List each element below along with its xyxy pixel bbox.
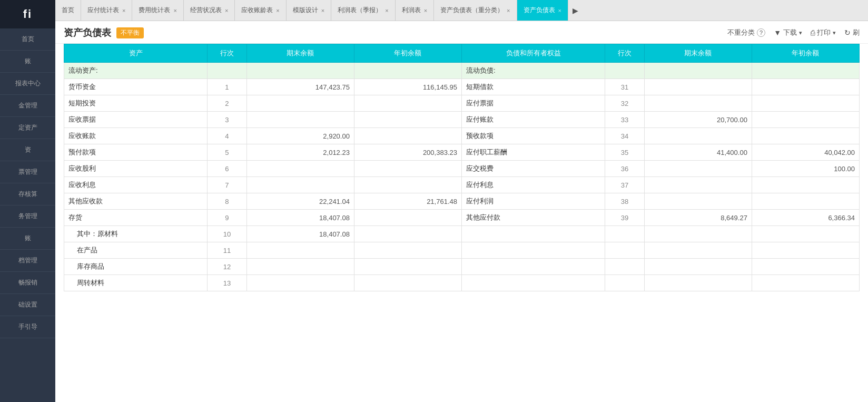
td-row: 8 bbox=[208, 193, 247, 210]
td-asset: 存货 bbox=[64, 210, 208, 226]
tab-balance[interactable]: 资产负债表 × bbox=[517, 0, 568, 21]
td-row: 9 bbox=[208, 210, 247, 226]
td-asset: 周转材料 bbox=[64, 275, 208, 291]
download-chevron: ▾ bbox=[799, 30, 802, 36]
sidebar-item-funds[interactable]: 金管理 bbox=[0, 95, 55, 117]
td-end-bal2 bbox=[644, 275, 752, 291]
td-row: 3 bbox=[208, 112, 247, 128]
td-year-init2 bbox=[752, 95, 859, 112]
page-title: 资产负债表 bbox=[64, 26, 111, 39]
td-year-init2 bbox=[752, 226, 859, 242]
tab-expense-stats[interactable]: 费用统计表 × bbox=[132, 0, 183, 21]
sidebar-item-reports[interactable]: 报表中心 bbox=[0, 73, 55, 95]
td-row2: 37 bbox=[605, 177, 645, 193]
tab-close-expense-stats[interactable]: × bbox=[173, 7, 176, 14]
page-header: 资产负债表 不平衡 不重分类 ? ▼ 下载 ▾ ⎙ 打印 ▾ bbox=[55, 21, 868, 44]
tab-profit-quarterly[interactable]: 利润表（季报） × bbox=[331, 0, 395, 21]
table-row: 周转材料 13 bbox=[64, 275, 860, 291]
tab-receivable-aging[interactable]: 应收账龄表 × bbox=[235, 0, 286, 21]
tab-balance-reclassified[interactable]: 资产负债表（重分类） × bbox=[434, 0, 517, 21]
th-end-balance2: 期末余额 bbox=[644, 44, 752, 63]
td-asset: 其中：原材料 bbox=[64, 226, 208, 242]
th-row-num2: 行次 bbox=[605, 44, 645, 63]
td-row: 13 bbox=[208, 275, 247, 291]
tab-operations[interactable]: 经营状况表 × bbox=[184, 0, 235, 21]
td-end-bal: 2,012.23 bbox=[246, 144, 354, 161]
classify-toggle[interactable]: 不重分类 ? bbox=[727, 28, 765, 37]
td-end-bal2: 20,700.00 bbox=[644, 112, 752, 128]
table-row: 货币资金 1 147,423.75 116,145.95 短期借款 31 bbox=[64, 79, 860, 95]
td-liability: 应付利息 bbox=[461, 177, 605, 193]
td-year-init: 200,383.23 bbox=[354, 144, 461, 161]
download-icon: ▼ bbox=[774, 28, 781, 37]
tab-close-operations[interactable]: × bbox=[225, 7, 228, 14]
sidebar-item-inventory[interactable]: 存核算 bbox=[0, 183, 55, 205]
th-liability: 负债和所有者权益 bbox=[461, 44, 605, 63]
td-year-init2 bbox=[752, 275, 859, 291]
tab-close-template-design[interactable]: × bbox=[321, 7, 324, 14]
td-year-init bbox=[354, 128, 461, 144]
table-row: 库存商品 12 bbox=[64, 259, 860, 275]
td-asset: 应收利息 bbox=[64, 177, 208, 193]
td-row2 bbox=[605, 275, 645, 291]
table-row: 在产品 11 bbox=[64, 242, 860, 259]
td-end-bal bbox=[246, 112, 354, 128]
sidebar-item-expense[interactable]: 畅报销 bbox=[0, 272, 55, 294]
status-badge: 不平衡 bbox=[116, 27, 144, 38]
tab-home[interactable]: 首页 bbox=[55, 0, 81, 21]
sidebar-item-account[interactable]: 账 bbox=[0, 51, 55, 73]
sidebar-item-affairs[interactable]: 务管理 bbox=[0, 205, 55, 228]
td-row2: 35 bbox=[605, 144, 645, 161]
th-asset: 资产 bbox=[64, 44, 208, 63]
td-asset: 应收票据 bbox=[64, 112, 208, 128]
print-button[interactable]: ⎙ 打印 ▾ bbox=[811, 28, 836, 37]
th-year-begin: 年初余额 bbox=[354, 44, 461, 63]
sidebar-item-tickets[interactable]: 票管理 bbox=[0, 161, 55, 183]
td-end-bal bbox=[246, 275, 354, 291]
td-row: 2 bbox=[208, 95, 247, 112]
tab-close-profit[interactable]: × bbox=[424, 7, 427, 14]
tab-close-balance-reclassified[interactable]: × bbox=[507, 7, 510, 14]
table-row: 其他应收款 8 22,241.04 21,761.48 应付利润 38 bbox=[64, 193, 860, 210]
td-end-bal2 bbox=[644, 128, 752, 144]
td-end-bal2 bbox=[644, 193, 752, 210]
sidebar-item-fixed-assets[interactable]: 定资产 bbox=[0, 117, 55, 139]
refresh-button[interactable]: ↻ 刷 bbox=[844, 28, 860, 37]
td-end-bal2 bbox=[644, 161, 752, 177]
td-year-init bbox=[354, 259, 461, 275]
tab-profit[interactable]: 利润表 × bbox=[396, 0, 434, 21]
help-icon[interactable]: ? bbox=[757, 28, 765, 37]
tab-close-profit-quarterly[interactable]: × bbox=[385, 7, 388, 14]
td-liability: 预收款项 bbox=[461, 128, 605, 144]
td-row: 5 bbox=[208, 144, 247, 161]
td-year-init bbox=[354, 275, 461, 291]
td-row2: 32 bbox=[605, 95, 645, 112]
td-row: 1 bbox=[208, 79, 247, 95]
main-area: 首页 应付统计表 × 费用统计表 × 经营状况表 × 应收账龄表 × 模版设计 … bbox=[55, 0, 868, 402]
sidebar-item-settings[interactable]: 础设置 bbox=[0, 294, 55, 316]
td-row2: 33 bbox=[605, 112, 645, 128]
sidebar-item-ledger[interactable]: 账 bbox=[0, 228, 55, 250]
td-row2: 38 bbox=[605, 193, 645, 210]
tab-payable-stats[interactable]: 应付统计表 × bbox=[81, 0, 132, 21]
sidebar-item-investment[interactable]: 资 bbox=[0, 139, 55, 161]
td-liability bbox=[461, 226, 605, 242]
sidebar-item-archive[interactable]: 档管理 bbox=[0, 250, 55, 272]
td-end-bal2 bbox=[644, 242, 752, 259]
td-liability: 应交税费 bbox=[461, 161, 605, 177]
download-button[interactable]: ▼ 下载 ▾ bbox=[774, 28, 802, 37]
tab-close-receivable-aging[interactable]: × bbox=[276, 7, 279, 14]
tab-bar: 首页 应付统计表 × 费用统计表 × 经营状况表 × 应收账龄表 × 模版设计 … bbox=[55, 0, 868, 21]
tab-close-payable-stats[interactable]: × bbox=[122, 7, 125, 14]
td-row2: 36 bbox=[605, 161, 645, 177]
tab-scroll-right[interactable]: ▶ bbox=[568, 0, 583, 21]
tab-close-balance[interactable]: × bbox=[558, 7, 561, 14]
td-asset: 库存商品 bbox=[64, 259, 208, 275]
print-chevron: ▾ bbox=[833, 30, 836, 36]
tab-template-design[interactable]: 模版设计 × bbox=[287, 0, 331, 21]
sidebar: fi 首页 账 报表中心 金管理 定资产 资 票管理 存核算 务管理 账 档管理… bbox=[0, 0, 55, 402]
td-end-bal: 2,920.00 bbox=[246, 128, 354, 144]
table-row: 应收票据 3 应付账款 33 20,700.00 bbox=[64, 112, 860, 128]
sidebar-item-guide[interactable]: 手引导 bbox=[0, 316, 55, 338]
sidebar-item-home[interactable]: 首页 bbox=[0, 28, 55, 51]
